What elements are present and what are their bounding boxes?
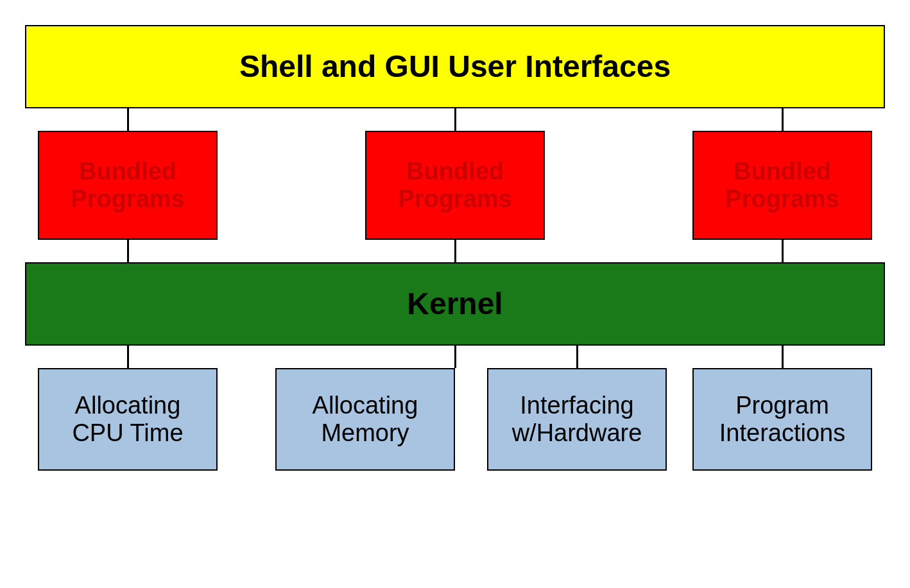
bundled-label-1: BundledPrograms xyxy=(71,158,184,213)
bottom-vert-line-1 xyxy=(127,346,129,368)
shell-bar: Shell and GUI User Interfaces xyxy=(25,25,885,108)
bottom-label-cpu: AllocatingCPU Time xyxy=(72,392,183,447)
bundled-box-1: BundledPrograms xyxy=(38,131,218,240)
bottom-label-hardware: Interfacingw/Hardware xyxy=(512,392,642,447)
kernel-bar: Kernel xyxy=(25,262,885,346)
bundled-box-2: BundledPrograms xyxy=(365,131,545,240)
bottom-vert-line-2 xyxy=(454,346,456,368)
bottom-label-interactions: ProgramInteractions xyxy=(719,392,845,447)
kernel-bar-label: Kernel xyxy=(407,286,502,321)
bottom-label-memory: AllocatingMemory xyxy=(313,392,418,447)
bundled-label-3: BundledPrograms xyxy=(725,158,839,213)
bottom-box-memory: AllocatingMemory xyxy=(275,368,455,471)
bottom-section: AllocatingCPU Time AllocatingMemory Inte… xyxy=(25,346,885,474)
bottom-box-interactions: ProgramInteractions xyxy=(692,368,872,471)
middle-section: BundledPrograms BundledPrograms BundledP… xyxy=(25,108,885,262)
bottom-vert-line-3 xyxy=(576,346,578,368)
bundled-label-2: BundledPrograms xyxy=(398,158,511,213)
bottom-box-hardware: Interfacingw/Hardware xyxy=(487,368,667,471)
diagram: Shell and GUI User Interfaces BundledPro… xyxy=(25,25,885,564)
bundled-box-3: BundledPrograms xyxy=(692,131,872,240)
bottom-box-cpu: AllocatingCPU Time xyxy=(38,368,218,471)
shell-bar-label: Shell and GUI User Interfaces xyxy=(239,49,671,84)
bottom-vert-line-4 xyxy=(782,346,784,368)
